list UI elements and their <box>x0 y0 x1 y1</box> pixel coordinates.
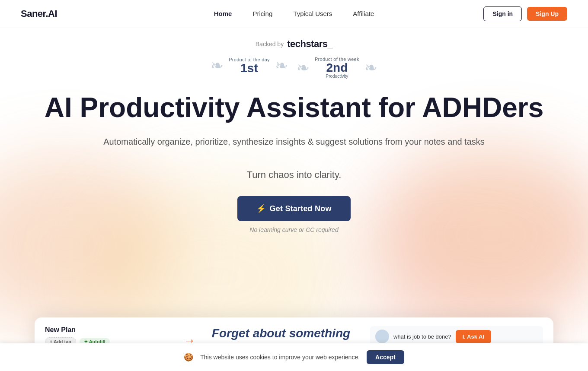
cta-note: No learning curve or CC required <box>249 226 338 233</box>
award-week-inner: Product of the week 2nd Productivity <box>311 57 363 79</box>
award-week-sub: Productivity <box>326 74 348 79</box>
get-started-button[interactable]: ⚡ Get Started Now <box>237 196 350 221</box>
navbar: Saner.AI Home Pricing Typical Users Affi… <box>0 0 588 28</box>
backed-by-label: Backed by <box>256 41 284 48</box>
nav-actions: Sign in Sign Up <box>483 6 567 21</box>
signin-button[interactable]: Sign in <box>483 6 522 21</box>
laurel-right: ❧ <box>275 57 288 75</box>
signup-button[interactable]: Sign Up <box>527 7 567 21</box>
award-week-rank: 2nd <box>326 62 348 74</box>
subheadline: Automatically organize, prioritize, synt… <box>103 135 485 149</box>
blob-3 <box>372 149 588 322</box>
techstars-logo: techstars_ <box>287 38 332 50</box>
nav-home[interactable]: Home <box>214 10 232 17</box>
main-headline: AI Productivity Assistant for ADHDers <box>36 92 553 123</box>
chat-question-text: what is job to be done? <box>393 333 451 340</box>
logo: Saner.AI <box>21 8 57 19</box>
nav-typical-users[interactable]: Typical Users <box>293 10 332 17</box>
backed-by-row: Backed by techstars_ <box>256 38 332 50</box>
award-week-laurel: ❧ Product of the week 2nd Productivity ❧ <box>297 57 377 79</box>
chaos-line: Turn chaos into clarity. <box>247 169 342 181</box>
cta-label: Get Started Now <box>270 204 332 213</box>
laurel-week-right: ❧ <box>364 59 377 77</box>
new-plan-title: New Plan <box>45 326 175 334</box>
award-day-laurel: ❧ Product of the day 1st ❧ <box>211 57 288 75</box>
blob-1 <box>0 158 173 330</box>
nav-pricing[interactable]: Pricing <box>252 10 272 17</box>
cookie-accept-button[interactable]: Accept <box>367 350 404 364</box>
ask-ai-button[interactable]: I. Ask AI <box>456 330 491 343</box>
nav-links: Home Pricing Typical Users Affiliate <box>214 10 374 18</box>
award-day: ❧ Product of the day 1st ❧ <box>211 57 288 79</box>
award-day-rank: 1st <box>240 62 258 74</box>
awards-row: ❧ Product of the day 1st ❧ ❧ Product of … <box>211 57 377 79</box>
cookie-banner: 🍪 This website uses cookies to improve y… <box>0 343 588 371</box>
laurel-week-left: ❧ <box>297 59 310 77</box>
cookie-emoji: 🍪 <box>184 352 193 362</box>
laurel-left: ❧ <box>211 57 224 75</box>
user-avatar <box>375 330 389 343</box>
cookie-text: This website uses cookies to improve you… <box>200 354 360 361</box>
cta-wrap: ⚡ Get Started Now No learning curve or C… <box>237 196 350 233</box>
lightning-icon: ⚡ <box>256 204 266 213</box>
nav-affiliate[interactable]: Affiliate <box>353 10 374 17</box>
award-week: ❧ Product of the week 2nd Productivity ❧ <box>297 57 377 79</box>
hero-section: Backed by techstars_ ❧ Product of the da… <box>0 28 588 371</box>
award-day-inner: Product of the day 1st <box>225 57 273 74</box>
